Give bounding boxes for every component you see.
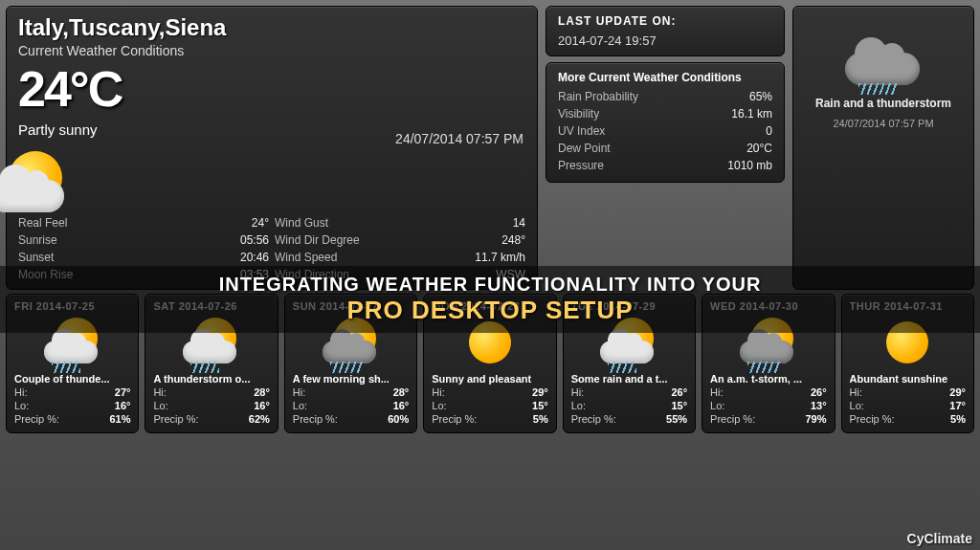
side-weather-panel: Rain and a thunderstorm 24/07/2014 07:57… — [792, 6, 974, 290]
forecast-date: TUE 2014-07-29 — [571, 300, 687, 312]
storm-icon — [183, 318, 240, 369]
detail-row: Moon Rise03:53 — [18, 266, 269, 283]
forecast-date: THUR 2014-07-31 — [850, 300, 966, 312]
forecast-date: SAT 2014-07-26 — [153, 300, 269, 312]
forecast-desc: A thunderstorm o... — [153, 373, 269, 385]
storm-icon — [44, 318, 101, 369]
current-weather-panel: Italy,Tuscany,Siena Current Weather Cond… — [6, 6, 538, 290]
more-conditions-panel: More Current Weather Conditions Rain Pro… — [546, 62, 785, 183]
detail-row: Wind Dir Degree248° — [275, 231, 525, 249]
detail-row: Sunrise05:56 — [18, 231, 269, 249]
forecast-date: FRI 2014-07-25 — [14, 300, 130, 312]
temperature: 24°C — [18, 60, 525, 118]
detail-row: Visibility16.1 km — [558, 105, 772, 122]
brand-watermark: CyClimate — [907, 531, 972, 546]
partly-sunny-icon — [0, 151, 66, 218]
detail-row: UV Index0 — [558, 122, 772, 140]
current-details: Real Feel24°Sunrise05:56Sunset20:46Moon … — [18, 214, 525, 283]
forecast-day[interactable]: FRI 2014-07-25 Couple of thunde... Hi:27… — [6, 294, 139, 433]
detail-row: Wind Speed11.7 km/h — [275, 249, 525, 266]
location: Italy,Tuscany,Siena — [18, 14, 525, 41]
forecast-desc: Some rain and a t... — [571, 373, 687, 385]
update-heading: LAST UPDATE ON: — [558, 14, 772, 28]
forecast-desc: Couple of thunde... — [14, 373, 130, 385]
forecast-day[interactable]: WED 2014-07-30 An a.m. t-storm, ... Hi:2… — [702, 294, 835, 433]
forecast-day[interactable]: THUR 2014-07-31 Abundant sunshine Hi:29°… — [841, 294, 974, 433]
forecast-desc: An a.m. t-storm, ... — [710, 373, 826, 385]
detail-row: Dew Point20°C — [558, 140, 772, 157]
detail-row: Sunset20:46 — [18, 249, 269, 266]
storm-icon — [600, 318, 657, 369]
update-timestamp: 2014-07-24 19:57 — [558, 33, 772, 48]
forecast-date: WED 2014-07-30 — [710, 300, 826, 312]
detail-row: Wind Gust14 — [275, 214, 525, 231]
rain-icon — [323, 318, 380, 369]
last-update-panel: LAST UPDATE ON: 2014-07-24 19:57 — [546, 6, 785, 56]
rain-icon — [740, 318, 797, 369]
forecast-desc: Sunny and pleasant — [432, 373, 547, 385]
forecast-day[interactable]: MON 2014-07-28 Sunny and pleasant Hi:29°… — [423, 294, 556, 433]
current-timestamp: 24/07/2014 07:57 PM — [395, 131, 523, 146]
detail-row: Rain Probability65% — [558, 88, 772, 105]
forecast-date: MON 2014-07-28 — [432, 300, 547, 312]
forecast-desc: Abundant sunshine — [850, 373, 966, 385]
sunny-icon — [461, 318, 519, 369]
side-condition: Rain and a thunderstorm — [801, 97, 966, 110]
more-heading: More Current Weather Conditions — [558, 71, 772, 84]
forecast-desc: A few morning sh... — [293, 373, 409, 385]
forecast-day[interactable]: TUE 2014-07-29 Some rain and a t... Hi:2… — [563, 294, 696, 433]
rain-thunder-icon — [845, 24, 922, 91]
forecast-day[interactable]: SAT 2014-07-26 A thunderstorm o... Hi:28… — [145, 294, 278, 433]
detail-row: Wind DirectionWSW — [275, 266, 525, 283]
forecast-date: SUN 2014-07-27 — [293, 300, 409, 312]
forecast-row: FRI 2014-07-25 Couple of thunde... Hi:27… — [0, 294, 980, 439]
subtitle: Current Weather Conditions — [18, 43, 525, 58]
sunny-icon — [879, 318, 936, 369]
detail-row: Pressure1010 mb — [558, 157, 772, 174]
forecast-day[interactable]: SUN 2014-07-27 A few morning sh... Hi:28… — [284, 294, 417, 433]
side-timestamp: 24/07/2014 07:57 PM — [801, 118, 966, 129]
